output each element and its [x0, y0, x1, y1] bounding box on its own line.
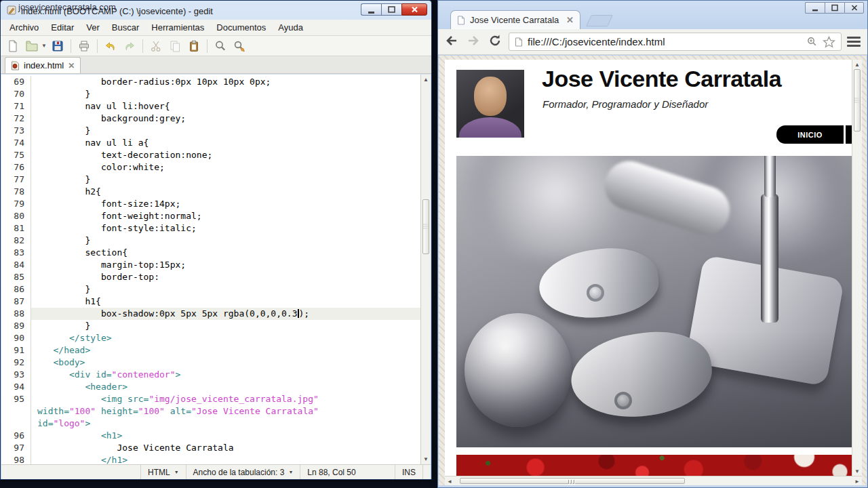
line-number: 72	[1, 113, 31, 125]
browser-titlebar[interactable]: Jose Vicente Carratala ✕	[438, 1, 867, 29]
gedit-close-button[interactable]	[401, 3, 427, 16]
code-line[interactable]: 86 }	[1, 283, 420, 296]
paste-icon[interactable]	[186, 38, 202, 54]
browser-maximize-button[interactable]	[825, 2, 844, 14]
save-icon[interactable]	[50, 38, 66, 54]
line-number: 75	[1, 149, 31, 161]
code-line[interactable]: 93 <div id="contenedor">	[1, 369, 420, 381]
zoom-icon[interactable]	[806, 36, 818, 47]
code-line[interactable]: 92 <body>	[1, 357, 420, 369]
dropdown-caret-icon: ▼	[174, 470, 179, 474]
code-line[interactable]: 96 <h1>	[1, 430, 420, 442]
code-line[interactable]: 77 }	[1, 174, 420, 186]
code-line[interactable]: 89 }	[1, 320, 420, 332]
print-icon[interactable]	[76, 38, 92, 54]
menu-buscar[interactable]: Buscar	[106, 20, 145, 35]
code-line[interactable]: 97 Jose Vicente Carratala	[1, 442, 420, 454]
code-line[interactable]: 85 border-top:	[1, 271, 420, 283]
line-number: 83	[1, 247, 31, 259]
browser-tab[interactable]: Jose Vicente Carratala ✕	[450, 10, 580, 29]
undo-icon[interactable]	[102, 38, 119, 54]
browser-minimize-button[interactable]	[805, 2, 825, 14]
code-line[interactable]: 87 h1{	[1, 296, 420, 308]
line-number: 95	[1, 393, 31, 405]
find-replace-icon[interactable]	[231, 38, 248, 54]
tab-width-selector[interactable]: Ancho de la tabulación: 3▼	[186, 465, 300, 479]
scroll-left-icon[interactable]: ◄	[447, 479, 452, 485]
gedit-minimize-button[interactable]	[361, 3, 381, 16]
gedit-tab-close-icon[interactable]: ✕	[68, 61, 75, 70]
open-dropdown-icon[interactable]: ▼	[41, 43, 47, 49]
code-line[interactable]: 70 }	[1, 88, 420, 100]
open-document-icon[interactable]	[24, 38, 40, 54]
forward-button[interactable]	[465, 34, 481, 50]
code-line[interactable]: 95 <img src="img/jose_vicente_carratala.…	[1, 393, 420, 405]
code-line[interactable]: 94 <header>	[1, 381, 420, 393]
back-button[interactable]	[443, 34, 460, 50]
scroll-down-icon[interactable]: ▼	[421, 456, 431, 462]
line-number: 69	[1, 76, 31, 88]
code-line[interactable]: 76 color:white;	[1, 161, 420, 174]
page-vertical-scrollbar[interactable]: ▲ ▼	[852, 60, 862, 476]
code-line[interactable]: 79 font-size:14px;	[1, 198, 420, 210]
gedit-editor[interactable]: 69 border-radius:0px 10px 10px 0px;70 }7…	[1, 75, 431, 464]
reload-button[interactable]	[487, 33, 503, 51]
menu-ayuda[interactable]: Ayuda	[272, 20, 309, 35]
new-document-icon[interactable]	[5, 38, 21, 54]
line-number: 89	[1, 320, 31, 332]
cut-icon[interactable]	[148, 38, 164, 54]
code-line[interactable]: 74 nav ul li a{	[1, 137, 420, 149]
copy-icon[interactable]	[167, 38, 183, 54]
scroll-up-icon[interactable]: ▲	[421, 77, 431, 83]
code-line[interactable]: 69 border-radius:0px 10px 10px 0px;	[1, 76, 420, 88]
code-line[interactable]: 98 </h1>	[1, 454, 420, 464]
code-line[interactable]: 75 text-decoration:none;	[1, 149, 420, 161]
code-line[interactable]: 78 h2{	[1, 186, 420, 198]
language-selector[interactable]: HTML▼	[140, 465, 186, 479]
code-line[interactable]: 83 section{	[1, 247, 420, 259]
code-line[interactable]: width="100" height="100" alt="Jose Vicen…	[1, 405, 420, 418]
scroll-right-icon[interactable]: ►	[854, 479, 860, 485]
gedit-window: index.html (BOOTCAMP (C:) \josevicente) …	[0, 0, 432, 480]
line-number: 80	[1, 210, 31, 222]
page-horizontal-scrollbar[interactable]: ◄ ►	[445, 476, 862, 485]
code-line[interactable]: 91 </head>	[1, 344, 420, 357]
gedit-scrollbar-thumb[interactable]	[422, 199, 429, 254]
line-number: 97	[1, 442, 31, 454]
code-line[interactable]: 90 </style>	[1, 332, 420, 344]
page-scrollbar-thumb[interactable]	[854, 69, 861, 131]
gedit-vertical-scrollbar[interactable]: ▲ ▼	[420, 75, 431, 464]
code-line[interactable]: 73 }	[1, 125, 420, 137]
menu-editar[interactable]: Editar	[45, 20, 80, 35]
code-line[interactable]: 72 background:grey;	[1, 113, 420, 125]
nav-link-inicio[interactable]: INICIO	[776, 125, 844, 144]
browser-tab-close-icon[interactable]: ✕	[566, 15, 574, 25]
redo-icon[interactable]	[121, 38, 138, 54]
browser-close-button[interactable]	[844, 2, 864, 14]
code-line[interactable]: 80 font-weight:normal;	[1, 210, 420, 222]
bookmark-star-icon[interactable]	[823, 36, 835, 48]
menu-ver[interactable]: Ver	[80, 20, 106, 35]
find-icon[interactable]	[212, 38, 229, 54]
menu-documentos[interactable]: Documentos	[210, 20, 272, 35]
address-bar[interactable]: file:///C:/josevicente/index.html	[509, 33, 842, 51]
gedit-maximize-button[interactable]	[381, 3, 401, 16]
gedit-tab-indexhtml[interactable]: index.html ✕	[5, 57, 81, 73]
page-hscrollbar-thumb[interactable]	[460, 478, 685, 484]
code-line[interactable]: 81 font-style:italic;	[1, 222, 420, 235]
code-line[interactable]: id="logo">	[1, 418, 420, 430]
url-text[interactable]: file:///C:/josevicente/index.html	[528, 36, 802, 47]
new-tab-button[interactable]	[586, 15, 613, 26]
gedit-titlebar[interactable]: index.html (BOOTCAMP (C:) \josevicente) …	[1, 1, 431, 20]
menu-archivo[interactable]: Archivo	[3, 20, 45, 35]
scroll-down-icon[interactable]: ▼	[852, 468, 862, 474]
resize-grip[interactable]	[422, 465, 431, 479]
menu-herramientas[interactable]: Herramientas	[145, 20, 210, 35]
line-number	[1, 418, 31, 430]
code-line[interactable]: 88 box-shadow:0px 5px 5px rgba(0,0,0,0.3…	[1, 308, 420, 320]
code-line[interactable]: 82 }	[1, 235, 420, 247]
scroll-up-icon[interactable]: ▲	[852, 62, 862, 68]
browser-menu-icon[interactable]	[847, 37, 862, 47]
code-line[interactable]: 71 nav ul li:hover{	[1, 100, 420, 113]
code-line[interactable]: 84 margin-top:15px;	[1, 259, 420, 271]
